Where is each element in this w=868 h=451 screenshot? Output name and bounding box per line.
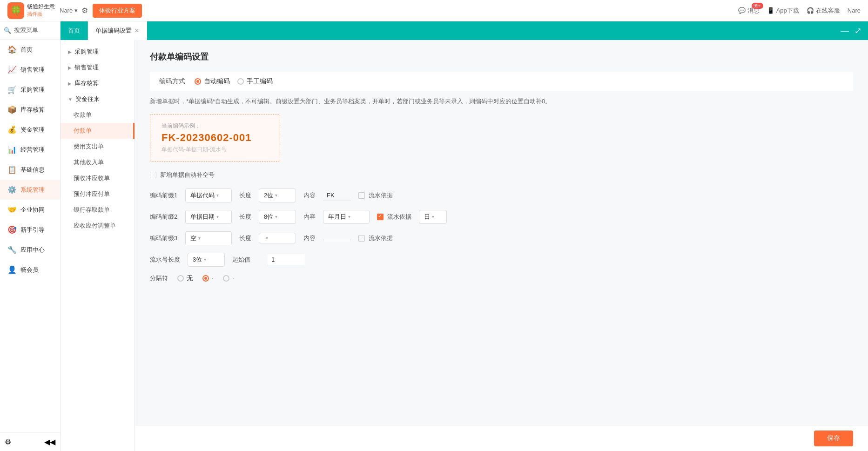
sidebar-item-inventory[interactable]: 📦 库存核算 [0,100,60,120]
serial-len-row: 流水号长度 3位 ▾ 起始值 [150,253,853,267]
online-service-btn[interactable]: 🎧 在线客服 [807,7,840,15]
home-icon: 🏠 [7,45,17,54]
len1-label: 长度 [239,191,251,200]
nav-item-pre-receipt-label: 预收冲应收单 [74,175,110,182]
nav-group-capital[interactable]: ▼ 资金往来 [61,91,135,107]
prefix3-select[interactable]: 空 ▾ [185,231,232,245]
sidebar-item-apps[interactable]: 🔧 应用中心 [0,240,60,260]
nav-group-purchase[interactable]: ▶ 采购管理 [61,44,135,60]
radio-manual-encode[interactable]: 手工编码 [237,77,273,86]
logo: 🍀 畅通好生意 插件版 [7,2,55,19]
sidebar-item-finance[interactable]: 💰 资金管理 [0,120,60,140]
sidebar-item-label: 资金管理 [20,126,45,134]
prefix2-select[interactable]: 单据日期 ▾ [185,210,232,224]
nav-item-expense[interactable]: 费用支出单 [61,139,135,155]
auto-fill-label: 新增单据自动补空号 [160,171,215,179]
nav-group-sales[interactable]: ▶ 销售管理 [61,60,135,75]
nav-item-bank[interactable]: 银行存取款单 [61,202,135,218]
online-service-label: 在线客服 [816,7,840,15]
messages-btn[interactable]: 💬 消息 99+ [738,7,760,15]
sidebar-item-label: 采购管理 [20,86,45,94]
app-download-btn[interactable]: 📱 App下载 [767,7,799,15]
sidebar-item-sales[interactable]: 📈 销售管理 [0,60,60,80]
finance-icon: 💰 [7,125,17,134]
tab-home[interactable]: 首页 [61,21,88,40]
radio-manual-label: 手工编码 [247,77,273,86]
nav-group-inventory-label: 库存核算 [74,79,99,88]
len2-select[interactable]: 8位 ▾ [259,210,296,224]
middle-area: ▶ 采购管理 ▶ 销售管理 ▶ 库存核算 ▼ 资金往来 收款单 [61,40,868,451]
sidebar-item-label: 应用中心 [20,246,45,254]
user-avatar[interactable]: Nare [848,7,861,14]
sep-none-radio[interactable]: 无 [177,274,193,283]
tab-close-icon[interactable]: ✕ [135,27,139,34]
settings-icon[interactable]: ⚙ [5,438,11,446]
content3-label: 内容 [303,234,316,242]
sidebar-search[interactable]: 🔍 搜索菜单 [0,21,60,40]
len1-select[interactable]: 2位 ▾ [259,188,296,202]
serial3-checkbox[interactable] [358,235,365,242]
nav-item-expense-label: 费用支出单 [74,143,104,150]
logo-icon: 🍀 [7,2,24,19]
top-bar: 🍀 畅通好生意 插件版 Nare ▾ ⚙ 体验行业方案 💬 消息 99+ 📱 A… [0,0,868,21]
len3-select[interactable]: ▾ [259,233,296,243]
sidebar-item-guide[interactable]: 🎯 新手引导 [0,220,60,240]
serial1-checkbox[interactable] [358,192,365,199]
preview-code: FK-20230602-001 [161,132,269,144]
nav-item-adjust[interactable]: 应收应付调整单 [61,218,135,234]
tab-expand-icon[interactable]: ⤢ [852,26,864,36]
preview-box: 当前编码示例： FK-20230602-001 单据代码-单据日期-流水号 [150,114,280,162]
sidebar-item-operation[interactable]: 📊 经营管理 [0,140,60,160]
nav-item-payment[interactable]: 付款单 [61,123,135,139]
prefix3-value: 空 [190,234,196,242]
operation-icon: 📊 [7,145,17,154]
enterprise-icon: 🤝 [7,205,17,214]
sidebar-item-home[interactable]: 🏠 首页 [0,40,60,60]
sidebar-item-label: 经营管理 [20,146,45,154]
sidebar-item-purchase[interactable]: 🛒 采购管理 [0,80,60,100]
content2-select[interactable]: 年月日 ▾ [323,210,370,224]
serial2-unit-select[interactable]: 日 ▾ [419,210,447,224]
len1-arrow-icon: ▾ [275,193,277,198]
collapse-icon[interactable]: ◀◀ [44,438,55,446]
sep-dot-radio[interactable]: · [223,275,234,282]
nav-item-pre-payment-label: 预付冲应付单 [74,190,110,197]
sep-dash-radio[interactable]: · [202,275,214,282]
nav-item-bank-label: 银行存取款单 [74,206,110,213]
right-panel: 付款单编码设置 编码方式 自动编码 手工编码 [135,40,868,451]
sidebar-item-enterprise[interactable]: 🤝 企业协同 [0,200,60,220]
experience-btn[interactable]: 体验行业方案 [93,4,142,18]
sidebar-item-member[interactable]: 👤 畅会员 [0,260,60,280]
sidebar-item-label: 畅会员 [20,266,39,274]
sidebar-item-system[interactable]: ⚙️ 系统管理 [0,180,60,200]
prefix1-select[interactable]: 单据代码 ▾ [185,188,232,202]
auto-fill-checkbox[interactable] [150,172,156,178]
nav-item-pre-receipt[interactable]: 预收冲应收单 [61,170,135,186]
preview-desc: 单据代码-单据日期-流水号 [161,146,269,154]
radio-manual-dot [237,78,244,85]
start-input[interactable] [268,254,305,265]
chevron-right-icon3: ▶ [68,81,72,86]
serial1-checkbox-row: 流水依据 [358,191,393,200]
sidebar-item-basic[interactable]: 📋 基础信息 [0,160,60,180]
tab-minimize-icon[interactable]: — [838,26,852,36]
sep-none-label: 无 [187,274,193,283]
radio-auto-encode[interactable]: 自动编码 [195,77,230,86]
nav-item-receipt[interactable]: 收款单 [61,107,135,123]
app-icon: 📱 [767,7,774,14]
content3-value [323,236,351,240]
nav-item-pre-payment[interactable]: 预付冲应付单 [61,186,135,202]
nav-item-adjust-label: 应收应付调整单 [74,222,116,229]
chevron-right-icon2: ▶ [68,65,72,70]
serial-len-select[interactable]: 3位 ▾ [188,253,225,267]
nav-group-inventory[interactable]: ▶ 库存核算 [61,75,135,91]
page-title: 付款单编码设置 [150,51,853,62]
serial2-unit-arrow-icon: ▾ [432,214,434,219]
save-button[interactable]: 保存 [814,431,853,446]
nav-dropdown[interactable]: Nare ▾ [60,7,78,14]
content1-value: FK [323,190,351,201]
nav-item-other-income[interactable]: 其他收入单 [61,155,135,170]
tab-encode-settings[interactable]: 单据编码设置 ✕ [88,21,147,40]
gear-icon[interactable]: ⚙ [81,6,88,15]
serial2-checkbox[interactable] [377,214,384,220]
